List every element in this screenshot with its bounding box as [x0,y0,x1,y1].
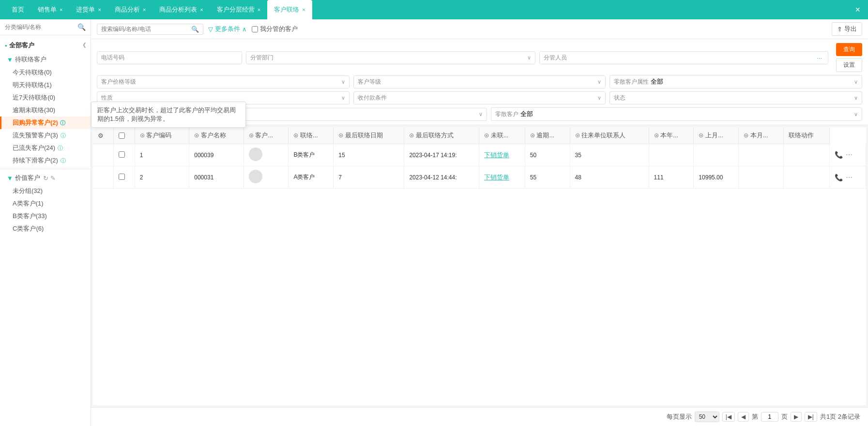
td-action: 📞 ⋯ [829,144,866,166]
filter-status-field[interactable]: 状态 ∨ [609,91,862,104]
sidebar-search-input[interactable] [5,24,77,30]
sidebar-item-declining-customers[interactable]: 持续下滑客户(2) ⓘ [0,154,91,167]
row-checkbox[interactable] [119,174,125,180]
td-un-contact: 50 [525,144,570,166]
action-more-icon[interactable]: ⋯ [846,174,853,181]
tab-sales[interactable]: 销售单 × [31,0,69,19]
sidebar-item-tomorrow-pending[interactable]: 明天待联络(1) [0,79,91,91]
sidebar-all-customers[interactable]: ▪ 全部客户 《 [0,38,91,53]
tab-product-analysis-list[interactable]: 商品分析列表 × [152,0,210,19]
tab-customer-layers[interactable]: 客户分层经营 × [210,0,267,19]
next-page-btn[interactable]: ▶ [791,412,802,422]
tab-purchase[interactable]: 进货单 × [69,0,107,19]
sidebar-item-b-customers[interactable]: B类客户(33) [0,210,91,222]
sidebar-item-repurchase-anomaly[interactable]: 回购异常客户(2) ⓘ [0,117,91,129]
gender-dropdown-icon[interactable]: ∨ [341,95,345,101]
sidebar-value-section[interactable]: ▼ 价值客户 ↻ ✎ [0,171,91,185]
sidebar-collapse-btn[interactable]: 《 [80,42,86,50]
main-search-input[interactable] [101,26,191,32]
filter-manager-field[interactable]: 分管人员 ··· [539,51,829,64]
select-all-checkbox[interactable] [119,132,125,139]
tab-product-analysis-list-close[interactable]: × [200,7,203,13]
td-last-contact-method[interactable]: 下销货单 [479,166,525,189]
tab-product-analysis-close[interactable]: × [143,7,146,13]
th-checkbox[interactable] [113,127,135,144]
window-close-button[interactable]: × [855,5,860,15]
td-last-contact-method[interactable]: 下销货单 [479,144,525,166]
retail-customer-dropdown-icon[interactable]: ∨ [854,111,858,118]
filter-payment-field[interactable]: 收付款条件 ∨ [353,91,606,104]
action-phone-icon[interactable]: 📞 [835,174,843,181]
th-partner-contact[interactable]: ⊙ 往来单位联系人 [570,127,649,144]
main-search-icon[interactable]: 🔍 [191,26,199,33]
tab-sales-close[interactable]: × [60,7,62,13]
payment-dropdown-icon[interactable]: ∨ [597,95,601,101]
tab-product-analysis[interactable]: 商品分析 × [108,0,152,19]
tab-customer-layers-close[interactable]: × [258,7,260,13]
sidebar-search-icon[interactable]: 🔍 [77,23,86,31]
my-customers-checkbox-area[interactable]: 我分管的客户 [252,25,298,33]
tab-customer-contact[interactable]: 客户联络 × [267,0,312,19]
lost-customers-icon[interactable]: ⓘ [58,145,63,151]
my-customers-checkbox[interactable] [252,26,258,32]
th-overdue[interactable]: ⊙ 逾期... [525,127,570,144]
th-contact-count[interactable]: ⊙ 联络... [289,127,334,144]
loss-warning-icon[interactable]: ⓘ [61,132,66,138]
query-button[interactable]: 查询 [836,43,862,56]
customer-type-dropdown-icon[interactable]: ∨ [479,111,483,118]
customer-level-dropdown-icon[interactable]: ∨ [597,79,601,85]
more-conditions-btn[interactable]: ▽ 更多条件 ∧ [208,25,247,33]
row-checkbox[interactable] [119,151,125,158]
value-section-refresh-icon[interactable]: ↻ [43,175,48,182]
status-dropdown-icon[interactable]: ∨ [854,95,858,101]
page-input[interactable] [761,412,778,422]
th-last-contact-method[interactable]: ⊙ 最后联络方式 [404,127,479,144]
th-name[interactable]: ⊙ 客户名称 [189,127,244,144]
th-un-contact[interactable]: ⊙ 未联... [479,127,525,144]
filter-price-level-field[interactable]: 客户价格等级 ∨ [97,75,350,88]
sidebar-item-c-customers[interactable]: C类客户(6) [0,222,91,235]
first-page-btn[interactable]: |◀ [722,412,735,422]
sidebar-item-a-customers[interactable]: A类客户(1) [0,197,91,210]
retail-attr-dropdown-icon[interactable]: ∨ [854,79,858,85]
sidebar-pending-section[interactable]: ▼ 待联络客户 [0,53,91,66]
price-level-dropdown-icon[interactable]: ∨ [341,79,345,85]
th-last-month[interactable]: ⊙ 上月... [694,127,739,144]
prev-page-btn[interactable]: ◀ [738,412,749,422]
filter-retail-attr-field[interactable]: 零散客户属性 全部 ∨ [609,75,862,88]
filter-customer-level-field[interactable]: 客户等级 ∨ [353,75,606,88]
last-page-btn[interactable]: ▶| [805,412,817,422]
contact-method-link[interactable]: 下销货单 [484,151,509,159]
tab-purchase-close[interactable]: × [98,7,101,13]
sidebar-item-loss-warning[interactable]: 流失预警客户(3) ⓘ [0,129,91,142]
per-page-select[interactable]: 50 10 20 100 [695,411,719,422]
tab-home[interactable]: 首页 [5,0,31,19]
department-dropdown-icon[interactable]: ∨ [527,55,531,61]
th-year-amount[interactable]: ⊙ 本年... [649,127,694,144]
manager-more-icon[interactable]: ··· [817,54,822,61]
th-last-contact-date[interactable]: ⊙ 最后联络日期 [334,127,404,144]
th-code[interactable]: ⊙ 客户编码 [135,127,189,144]
sidebar-item-lost-customers[interactable]: 已流失客户(24) ⓘ [0,142,91,154]
sidebar-item-today-pending[interactable]: 今天待联络(0) [0,66,91,79]
td-checkbox[interactable] [113,144,135,166]
value-section-edit-icon[interactable]: ✎ [50,175,56,182]
td-checkbox[interactable] [113,166,135,189]
th-level[interactable]: ⊙ 客户... [244,127,289,144]
sidebar-item-unclassified[interactable]: 未分组(32) [0,185,91,197]
export-button[interactable]: ⇑ 导出 [832,22,862,36]
sidebar-item-7days-pending[interactable]: 近7天待联络(0) [0,91,91,104]
sidebar-item-overdue-pending[interactable]: 逾期未联络(30) [0,104,91,117]
declining-icon[interactable]: ⓘ [61,158,66,163]
th-this-month[interactable]: ⊙ 本月... [739,127,784,144]
tab-customer-contact-close[interactable]: × [302,7,305,13]
filter-department-field[interactable]: 分管部门 ∨ [246,51,535,64]
filter-retail-customer-field[interactable]: 零散客户 全部 ∨ [491,107,862,121]
settings-button[interactable]: 设置 [836,58,862,72]
action-phone-icon[interactable]: 📞 [835,151,843,159]
filter-phone-input[interactable] [126,54,238,61]
th-settings[interactable]: ⚙ [93,127,113,144]
action-more-icon[interactable]: ⋯ [846,151,853,159]
contact-method-link[interactable]: 下销货单 [484,174,509,181]
repurchase-info-icon[interactable]: ⓘ [60,119,65,127]
